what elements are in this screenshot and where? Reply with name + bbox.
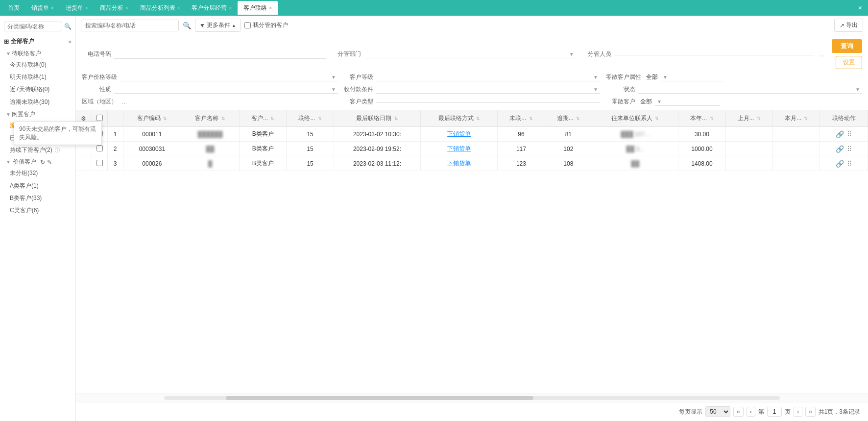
edit-icon[interactable]: ✎ [47, 159, 52, 166]
collapse-icon[interactable]: « [68, 38, 72, 45]
filter-nature-select[interactable]: ▼ [114, 86, 338, 94]
next-page-button[interactable]: › [794, 407, 802, 417]
sidebar-all-customers[interactable]: ⊞ 全部客户 « [0, 35, 75, 48]
filter-manager: 分管人员 ... [582, 50, 826, 58]
window-close-button[interactable]: × [854, 4, 866, 12]
sidebar-search-icon[interactable]: 🔍 [64, 23, 72, 30]
refresh-icon[interactable]: ↻ [40, 159, 45, 166]
filter-customer-type-select[interactable] [376, 100, 600, 103]
th-last-month[interactable]: 上月... ⇅ [725, 110, 772, 127]
close-icon[interactable]: × [51, 5, 54, 11]
row-checkbox[interactable] [96, 160, 103, 166]
close-icon[interactable]: × [229, 5, 232, 11]
first-page-button[interactable]: « [733, 407, 744, 417]
cell-checkbox[interactable] [92, 156, 107, 171]
filter-price-grade-select[interactable]: ▼ [120, 74, 338, 81]
tab-analysis[interactable]: 商品分析 × [94, 1, 134, 15]
sidebar-item-a-class[interactable]: A类客户(1) [0, 180, 75, 192]
prev-page-button[interactable]: ‹ [747, 407, 755, 417]
filter-customer-grade-select[interactable]: ▼ [376, 74, 600, 81]
filter-dept: 分管部门 ▼ [332, 50, 576, 58]
cell-last-month [725, 127, 772, 142]
th-no-contact[interactable]: 未联... ⇅ [498, 110, 545, 127]
filter-retail-select[interactable]: ▼ [655, 98, 720, 106]
filter-status-select[interactable]: ▼ [638, 86, 862, 94]
filter-manager-select[interactable] [614, 53, 814, 55]
select-all-checkbox[interactable] [96, 115, 103, 121]
sidebar-item-tomorrow[interactable]: 明天待联络(1) [0, 71, 75, 83]
th-unit-contact[interactable]: 往来单位联系人 ⇅ [592, 110, 678, 127]
export-button[interactable]: ↗ 导出 [834, 19, 863, 32]
th-last-contact-date[interactable]: 最后联络日期 ⇅ [334, 110, 420, 127]
filter-retail-attr-select[interactable]: ▼ [661, 74, 724, 81]
more-conditions-button[interactable]: ▼ 更多条件 ▲ [195, 19, 241, 32]
filter-region-dots[interactable]: ... [120, 99, 129, 105]
sidebar-section-pending[interactable]: ▼ 待联络客户 [0, 48, 75, 59]
sidebar-item-b-class[interactable]: B类客户(33) [0, 192, 75, 204]
filter-payment-select[interactable]: ▼ [376, 86, 600, 94]
last-page-button[interactable]: » [805, 407, 816, 417]
tab-analysis-table[interactable]: 商品分析列表 × [134, 1, 186, 15]
my-customers-checkbox-label[interactable]: 我分管的客户 [244, 21, 288, 29]
filter-status: 状态 ▼ [606, 85, 862, 94]
cell-last-contact-method[interactable]: 下销货单 [421, 156, 498, 171]
th-overdue[interactable]: 逾期... ⇅ [545, 110, 592, 127]
sidebar-item-week[interactable]: 近7天待联络(0) [0, 83, 75, 96]
tab-sales[interactable]: 销货单 × [25, 1, 60, 15]
sort-icon: ⇅ [163, 116, 167, 121]
close-icon[interactable]: × [125, 5, 128, 11]
filter-dept-select[interactable]: ▼ [364, 50, 576, 58]
page-label-end: 页 [785, 408, 791, 416]
sidebar-section-idle[interactable]: ▼ 闲置客户 [0, 108, 75, 120]
cell-this-month [773, 142, 820, 156]
cell-this-month [773, 127, 820, 142]
close-icon[interactable]: × [269, 5, 272, 11]
filter-search-icon[interactable]: 🔍 [183, 22, 191, 29]
more-action-icon[interactable]: ⠿ [847, 145, 852, 153]
horizontal-scrollbar[interactable] [76, 394, 868, 402]
th-type[interactable]: 客户... ⇅ [239, 110, 286, 127]
close-icon[interactable]: × [177, 5, 180, 11]
th-this-year[interactable]: 本年... ⇅ [678, 110, 725, 127]
tab-customer-contact[interactable]: 客户联络 × [238, 1, 278, 15]
tab-customer-segment[interactable]: 客户分层经营 × [186, 1, 238, 15]
sidebar-section-value[interactable]: ▼ 价值客户 ↻ ✎ [0, 156, 75, 167]
page-number-input[interactable] [767, 407, 782, 417]
sidebar-item-today[interactable]: 今天待联络(0) [0, 59, 75, 71]
th-contact[interactable]: 联络... ⇅ [287, 110, 334, 127]
close-icon[interactable]: × [85, 5, 88, 11]
th-name[interactable]: 客户名称 ⇅ [181, 110, 240, 127]
cell-name: ██████ [181, 127, 240, 142]
scrollbar-thumb[interactable] [226, 396, 534, 400]
settings-button[interactable]: 设置 [836, 56, 862, 69]
th-this-month[interactable]: 本月... ⇅ [773, 110, 820, 127]
more-action-icon[interactable]: ⠿ [847, 130, 852, 138]
tab-home[interactable]: 首页 [2, 1, 25, 15]
sidebar-item-lost-down[interactable]: 持续下滑客户(2) ⓘ [0, 144, 75, 156]
sidebar-item-ungroup[interactable]: 未分组(32) [0, 167, 75, 179]
cell-last-contact-method[interactable]: 下销货单 [421, 127, 498, 142]
sidebar-item-overdue[interactable]: 逾期未联络(30) [0, 96, 75, 108]
link-action-icon[interactable]: 🔗 [836, 160, 844, 168]
filter-manager-dots[interactable]: ... [817, 51, 826, 58]
more-action-icon[interactable]: ⠿ [847, 160, 852, 168]
cell-last-contact-method[interactable]: 下销货单 [421, 142, 498, 156]
sort-icon: ⇅ [394, 116, 398, 121]
filter-nature-label: 性质 [82, 85, 111, 94]
filter-phone-input[interactable] [114, 50, 326, 59]
filter-search-input[interactable] [81, 20, 179, 31]
th-last-contact-method[interactable]: 最后联络方式 ⇅ [421, 110, 498, 127]
link-action-icon[interactable]: 🔗 [836, 145, 844, 153]
filter-payment-label: 收付款条件 [344, 85, 373, 94]
sidebar-item-c-class[interactable]: C类客户(6) [0, 204, 75, 217]
query-button[interactable]: 查询 [832, 39, 862, 53]
sidebar-search-input[interactable] [4, 22, 62, 31]
filter-retail-label: 零散客户 [606, 98, 635, 106]
link-action-icon[interactable]: 🔗 [836, 130, 844, 138]
th-code[interactable]: 客户编码 ⇅ [123, 110, 181, 127]
tab-purchase[interactable]: 进货单 × [60, 1, 94, 15]
my-customers-checkbox[interactable] [244, 22, 251, 28]
per-page-select[interactable]: 50 20 100 [705, 406, 730, 417]
cell-unit-contact: ██ [592, 156, 678, 171]
row-checkbox[interactable] [96, 145, 103, 151]
